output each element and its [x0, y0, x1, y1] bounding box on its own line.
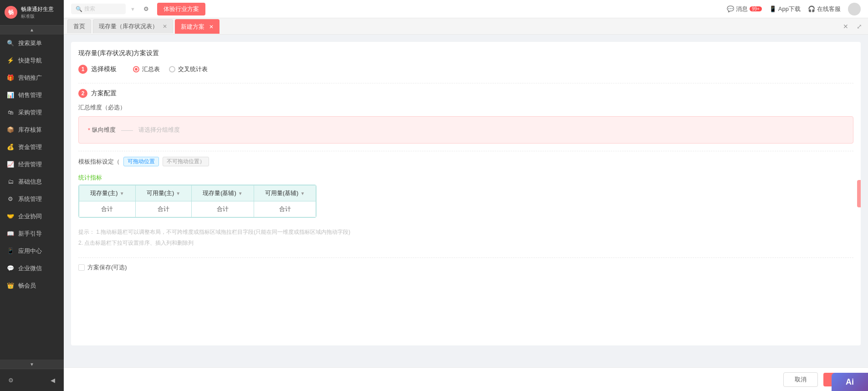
- save-checkbox[interactable]: [78, 264, 85, 271]
- header-search[interactable]: 🔍 搜索: [71, 4, 126, 14]
- stats-title: 统计指标: [78, 174, 853, 182]
- guide-icon: 📖: [6, 230, 15, 238]
- summary-dimension-label: 汇总维度（必选）: [78, 103, 853, 112]
- sidebar-item-app-center[interactable]: 📱 应用中心: [0, 242, 64, 260]
- sidebar-item-search[interactable]: 🔍 搜索菜单: [0, 35, 64, 52]
- section-divider-2: [78, 151, 853, 151]
- inventory-icon: 📦: [6, 126, 15, 134]
- step2-number: 2: [78, 89, 87, 98]
- tab-new-plan[interactable]: 新建方案 ✕: [175, 19, 220, 34]
- tab-inventory-status[interactable]: 现存量（库存状况表） ✕: [93, 19, 173, 33]
- section-divider-3: [78, 257, 853, 258]
- cancel-button[interactable]: 取消: [783, 372, 818, 387]
- required-star: *: [88, 127, 90, 134]
- header-left: 🔍 搜索 ▼ ⚙ 体验行业方案: [71, 3, 205, 15]
- col-dropdown-3[interactable]: 可用量(基辅) ▼: [265, 189, 305, 197]
- collapse-button[interactable]: ◀: [46, 374, 59, 386]
- expand-panel-button[interactable]: ⤢: [854, 21, 864, 31]
- sidebar-item-wechat[interactable]: 💬 企业微信: [0, 260, 64, 277]
- chevron-down-icon-0: ▼: [120, 191, 124, 196]
- online-service-button[interactable]: 🎧 在线客服: [808, 5, 841, 13]
- dash-line: ——: [121, 127, 133, 134]
- cell-2: 合计: [192, 201, 254, 217]
- content-inner: 现存量(库存状况表)方案设置 1 选择模板 汇总表 交叉统计表: [71, 42, 861, 345]
- tips-line-2: 2. 点击标题栏下拉可设置排序、插入列和删除列: [78, 237, 853, 248]
- sidebar-item-operations[interactable]: 📈 经营管理: [0, 156, 64, 173]
- indicator-label: 模板指标设定（ 可拖动位置 不可拖动位置）: [78, 157, 853, 166]
- tips-section: 提示： 1.拖动标题栏可以调整布局，不可跨维度或指标区域拖拉栏目字段(只能在同一…: [78, 226, 853, 248]
- sidebar-item-guide[interactable]: 📖 新手引导: [0, 225, 64, 242]
- col-header-0[interactable]: 现存量(主) ▼: [79, 185, 136, 201]
- sidebar-item-marketing[interactable]: 🎁 营销推广: [0, 69, 64, 87]
- cell-1: 合计: [135, 201, 192, 217]
- indicator-settings: 模板指标设定（ 可拖动位置 不可拖动位置）: [78, 157, 853, 166]
- col-header-2[interactable]: 现存量(基辅) ▼: [192, 185, 254, 201]
- app-download-button[interactable]: 📱 App下载: [769, 5, 801, 13]
- system-icon: ⚙: [6, 195, 15, 203]
- ai-badge[interactable]: Ai: [832, 373, 868, 391]
- sidebar-nav: 🔍 搜索菜单 ⚡ 快捷导航 🎁 营销推广 📊 销售管理 🛍 采购管理 📦 库存核…: [0, 35, 64, 360]
- sidebar-item-cooperation[interactable]: 🤝 企业协同: [0, 208, 64, 225]
- purchase-icon: 🛍: [6, 108, 15, 117]
- stats-table-inner: 现存量(主) ▼ 可用量(主) ▼: [79, 185, 316, 217]
- chevron-down-icon-1: ▼: [176, 191, 180, 196]
- marketing-icon: 🎁: [6, 74, 15, 82]
- phone-icon: 📱: [769, 5, 776, 12]
- tab-home[interactable]: 首页: [67, 19, 91, 33]
- sidebar-scroll-down[interactable]: ▼: [0, 360, 64, 369]
- quick-nav-icon: ⚡: [6, 57, 15, 65]
- col-header-1[interactable]: 可用量(主) ▼: [135, 185, 192, 201]
- tab-bar: 首页 现存量（库存状况表） ✕ 新建方案 ✕ ✕ ⤢: [64, 18, 868, 35]
- radio-cross[interactable]: 交叉统计表: [169, 65, 208, 73]
- settings-button[interactable]: ⚙: [5, 374, 17, 386]
- close-panel-button[interactable]: ✕: [841, 21, 851, 31]
- radio-summary[interactable]: 汇总表: [133, 65, 160, 73]
- content-area: 现存量(库存状况表)方案设置 1 选择模板 汇总表 交叉统计表: [64, 35, 868, 367]
- cell-0: 合计: [79, 201, 136, 217]
- sidebar-item-basic-info[interactable]: 🗂 基础信息: [0, 173, 64, 190]
- scroll-indicator: [857, 180, 861, 207]
- tab-close-new-plan[interactable]: ✕: [209, 24, 214, 30]
- step1-number: 1: [78, 65, 87, 74]
- trial-industry-button[interactable]: 体验行业方案: [157, 3, 205, 15]
- page-title: 现存量(库存状况表)方案设置: [78, 49, 853, 57]
- col-dropdown-0[interactable]: 现存量(主) ▼: [90, 189, 124, 197]
- wechat-icon: 💬: [6, 264, 15, 273]
- radio-dot-summary: [133, 66, 139, 72]
- col-dropdown-1[interactable]: 可用量(主) ▼: [147, 189, 181, 197]
- step1-header: 1 选择模板 汇总表 交叉统计表: [78, 65, 853, 74]
- save-option: 方案保存(可选): [78, 263, 853, 272]
- sidebar-item-finance[interactable]: 💰 资金管理: [0, 139, 64, 156]
- chevron-down-icon-3: ▼: [300, 191, 305, 196]
- logo-text: 畅康通好生意 标准版: [21, 5, 54, 20]
- main-area: 🔍 搜索 ▼ ⚙ 体验行业方案 💬 消息 99+ 📱 App下载 🎧 在线客服: [64, 0, 868, 391]
- messages-button[interactable]: 💬 消息 99+: [727, 5, 762, 13]
- message-icon: 💬: [727, 5, 734, 12]
- sidebar-item-sales[interactable]: 📊 销售管理: [0, 87, 64, 104]
- sidebar: 畅 畅康通好生意 标准版 ▲ 🔍 搜索菜单 ⚡ 快捷导航 🎁 营销推广 📊 销售…: [0, 0, 64, 391]
- sidebar-item-quick-nav[interactable]: ⚡ 快捷导航: [0, 52, 64, 69]
- step2-header: 2 方案配置: [78, 89, 853, 98]
- sales-icon: 📊: [6, 91, 15, 99]
- operations-icon: 📈: [6, 160, 15, 169]
- sidebar-scroll-up[interactable]: ▲: [0, 26, 64, 35]
- avatar[interactable]: [848, 3, 861, 15]
- cooperation-icon: 🤝: [6, 212, 15, 221]
- col-dropdown-2[interactable]: 现存量(基辅) ▼: [203, 189, 243, 197]
- sidebar-item-system[interactable]: ⚙ 系统管理: [0, 190, 64, 208]
- sidebar-item-purchase[interactable]: 🛍 采购管理: [0, 104, 64, 121]
- col-header-3[interactable]: 可用量(基辅) ▼: [254, 185, 316, 201]
- sidebar-item-member[interactable]: 👑 畅会员: [0, 277, 64, 294]
- stats-table: 现存量(主) ▼ 可用量(主) ▼: [78, 185, 317, 218]
- header-right: 💬 消息 99+ 📱 App下载 🎧 在线客服: [727, 3, 861, 15]
- sidebar-bottom: ⚙ ◀: [0, 369, 64, 391]
- stats-section: 统计指标 现存量(主) ▼: [78, 174, 853, 219]
- sidebar-item-inventory[interactable]: 📦 库存核算: [0, 121, 64, 139]
- tab-close-inventory[interactable]: ✕: [163, 23, 167, 30]
- header-gear-button[interactable]: ⚙: [140, 3, 153, 15]
- cell-3: 合计: [254, 201, 316, 217]
- search-icon: 🔍: [6, 39, 15, 47]
- logo-icon: 畅: [5, 6, 17, 19]
- header-dropdown[interactable]: ▼: [130, 6, 135, 12]
- tips-line-1: 提示： 1.拖动标题栏可以调整布局，不可跨维度或指标区域拖拉栏目字段(只能在同一…: [78, 226, 853, 237]
